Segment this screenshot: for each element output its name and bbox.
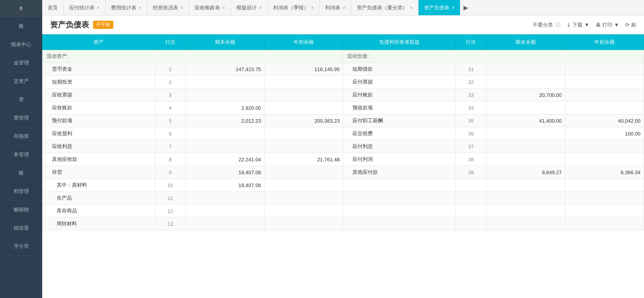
right-row-num: 33 [456,89,487,102]
refresh-btn[interactable]: ⟳ 刷 [625,21,636,29]
right-row-num: 38 [456,153,487,166]
left-start-balance: 116,145.95 [265,63,343,76]
tab-profit[interactable]: 利润表 × [320,0,351,16]
sidebar-item-fi[interactable]: fi [0,0,42,17]
left-start-balance [265,127,343,140]
sidebar-item-account[interactable]: 账 [0,17,42,36]
left-start-balance [265,218,343,230]
left-label: 其中：原材料 [43,179,155,192]
right-row-num: 35 [456,114,487,127]
right-start-balance: 100.00 [565,127,644,140]
tab-close-profit[interactable]: × [343,5,345,11]
right-start-balance [565,63,644,76]
tab-profit-quarterly[interactable]: 利润表（季报） × [268,0,320,16]
tab-operation-stat[interactable]: 经营状况表 × [147,0,189,16]
left-label: 应收账款 [43,102,155,114]
question-icon: ⓘ [555,21,560,29]
left-row-num: 4 [155,102,186,114]
right-label: 应付利润 [343,153,456,166]
no-reclassify-btn[interactable]: 不重分类 ⓘ [533,21,560,29]
table-container: 资产 行次 期末余额 年初余额 负债和所有者权益 行次 期末余额 年初余额 流动… [42,34,644,298]
right-row-num [456,192,487,205]
section-right-label: 流动负债: [343,50,644,63]
right-row-num [456,179,487,192]
right-end-balance: 8,649.27 [487,166,565,179]
tab-close-template-design[interactable]: × [259,5,262,11]
right-end-balance [487,76,565,89]
right-end-balance: 20,700.00 [487,89,565,102]
tab-home[interactable]: 首页 [42,0,64,16]
print-icon: 🖶 [596,22,601,28]
col-asset: 资产 [43,35,155,50]
left-label: 短期投资 [43,76,155,89]
tab-close-expense-stat[interactable]: × [139,5,141,11]
sidebar-item-stock-calc[interactable]: 存核算 [0,127,42,146]
tab-close-operation-stat[interactable]: × [181,5,183,11]
left-end-balance: 18,407.08 [186,166,264,179]
right-label: 其他应付款 [343,166,456,179]
download-btn[interactable]: ⤓ 下载 ▼ [567,21,589,29]
tab-close-receivable-aging[interactable]: × [222,5,225,11]
left-start-balance [265,89,343,102]
right-label [343,205,456,218]
tab-nav-right[interactable]: ▶ [460,0,471,16]
section-left-label: 流动资产: [43,50,343,63]
right-end-balance [487,63,565,76]
left-row-num: 1 [155,63,186,76]
left-label: 货币资金 [43,63,155,76]
tab-receivable-aging[interactable]: 应收账龄表 × [189,0,231,16]
sidebar-item-fund-mgmt[interactable]: 金管理 [0,54,42,72]
tab-close-profit-quarterly[interactable]: × [311,5,314,11]
sidebar-item-file-mgmt[interactable]: 档管理 [0,182,42,201]
tab-template-design[interactable]: 模版设计 × [231,0,268,16]
tab-balance-reclassify[interactable]: 资产负债表（重分类） × [351,0,419,16]
right-end-balance [487,179,565,192]
left-row-num: 7 [155,140,186,153]
tab-close-balance-sheet[interactable]: × [452,5,454,11]
refresh-icon: ⟳ [625,22,630,28]
left-start-balance: 21,761.48 [265,153,343,166]
sidebar-item-affairs-mgmt[interactable]: 务管理 [0,146,42,164]
right-end-balance [487,218,565,230]
sidebar-item-investment[interactable]: 资 [0,91,42,109]
left-start-balance [265,179,343,192]
left-row-num: 2 [155,76,186,89]
sidebar-item-guide[interactable]: 手引导 [0,237,42,256]
tab-close-balance-reclassify[interactable]: × [410,5,413,11]
right-row-num: 31 [456,63,487,76]
sidebar-item-report-center[interactable]: 报表中心 [0,36,42,54]
sidebar-item-ledger[interactable]: 账 [0,164,42,182]
left-end-balance [186,205,264,218]
sidebar-item-fixed-assets[interactable]: 定资产 [0,72,42,91]
left-start-balance [265,140,343,153]
left-label: 存货 [43,166,155,179]
left-label: 预付款项 [43,114,155,127]
right-row-num: 34 [456,102,487,114]
print-btn[interactable]: 🖶 打印 ▼ [596,21,619,29]
right-start-balance [565,89,644,102]
right-label: 预收款项 [343,102,456,114]
right-end-balance [487,192,565,205]
right-label: 应付票据 [343,76,456,89]
sidebar-item-expense[interactable]: 畅报销 [0,201,42,219]
col-row-num2: 行次 [456,35,487,50]
right-start-balance [565,192,644,205]
col-row-num: 行次 [155,35,186,50]
tab-expense-stat[interactable]: 费用统计表 × [106,0,147,16]
left-start-balance [265,192,343,205]
tab-close-payable-stat[interactable]: × [97,5,100,11]
page-header: 资产负债表 不平衡 不重分类 ⓘ ⤓ 下载 ▼ 🖶 打印 ▼ ⟳ 刷 [42,16,644,34]
right-row-num [456,205,487,218]
right-start-balance [565,205,644,218]
tab-payable-stat[interactable]: 应付统计表 × [64,0,106,16]
right-label: 应付利息 [343,140,456,153]
left-end-balance: 2,920.00 [186,102,264,114]
left-row-num: 3 [155,89,186,102]
left-start-balance [265,76,343,89]
sidebar-item-settings[interactable]: 础设置 [0,219,42,237]
tab-balance-sheet[interactable]: 资产负债表 × [419,0,460,16]
sidebar-item-ticket-mgmt[interactable]: 票管理 [0,109,42,127]
right-start-balance [565,102,644,114]
left-start-balance [265,166,343,179]
tab-bar: 首页 应付统计表 × 费用统计表 × 经营状况表 × 应收账龄表 × 模版设计 … [42,0,644,16]
